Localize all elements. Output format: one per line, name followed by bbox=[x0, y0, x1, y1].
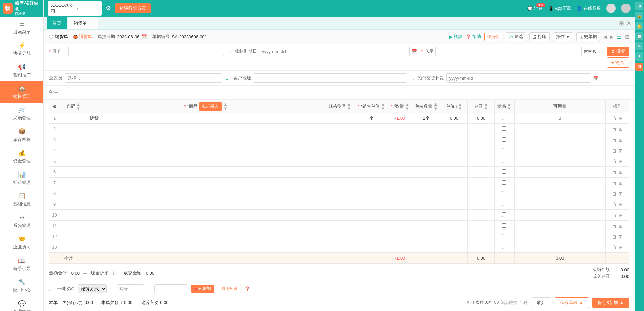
rp-icon-7[interactable]: 🖼 bbox=[635, 63, 643, 71]
row-goods-3[interactable] bbox=[87, 145, 325, 156]
rp-icon-3[interactable]: 🔔 bbox=[635, 22, 643, 30]
th-setting[interactable]: ⚙ bbox=[49, 100, 60, 113]
row-qty-9[interactable] bbox=[388, 210, 412, 221]
fee-info-icon[interactable]: ❓ bbox=[244, 286, 250, 291]
row-barcode-8[interactable] bbox=[60, 199, 87, 210]
tab-close-icon[interactable]: × bbox=[90, 21, 92, 25]
owe-info-icon[interactable]: ℹ bbox=[121, 300, 122, 305]
row-delete-icon-5[interactable]: 🗑 bbox=[612, 169, 617, 175]
sidebar-item-0[interactable]: ☰搜索菜单 bbox=[0, 17, 43, 38]
row-qty-1[interactable] bbox=[388, 124, 412, 134]
row-goods-9[interactable] bbox=[87, 210, 325, 221]
user-avatar2[interactable] bbox=[621, 4, 631, 13]
row-price-2[interactable] bbox=[441, 134, 467, 145]
row-unit-2[interactable] bbox=[355, 134, 388, 145]
row-amount-5[interactable] bbox=[467, 167, 494, 178]
row-goods-4[interactable] bbox=[87, 156, 325, 167]
video-action[interactable]: ▶ 视频 bbox=[449, 34, 462, 40]
sidebar-item-5[interactable]: 📦库存核算 bbox=[0, 124, 43, 146]
row-spec-0[interactable] bbox=[325, 113, 355, 124]
row-amount-1[interactable] bbox=[467, 124, 494, 134]
row-unit-5[interactable] bbox=[355, 167, 388, 178]
row-spec-6[interactable] bbox=[325, 178, 355, 188]
row-amount-9[interactable] bbox=[467, 210, 494, 221]
row-gift-7[interactable] bbox=[494, 188, 514, 199]
tab-close-all-icon[interactable]: ✕ bbox=[626, 20, 631, 27]
rp-icon-5[interactable]: ✏ bbox=[635, 42, 643, 50]
row-price-7[interactable] bbox=[441, 188, 467, 199]
row-spec-12[interactable] bbox=[325, 242, 355, 253]
fee-split-button[interactable]: 费用分摊 bbox=[218, 285, 241, 293]
row-barcode-10[interactable] bbox=[60, 221, 87, 231]
row-unit-7[interactable] bbox=[355, 188, 388, 199]
row-price-3[interactable] bbox=[441, 145, 467, 156]
row-gift-11[interactable] bbox=[494, 231, 514, 242]
row-gift-2[interactable] bbox=[494, 134, 514, 145]
save-new-button[interactable]: 保存&新增 ▲ bbox=[592, 298, 629, 308]
row-delete-icon-9[interactable]: 🗑 bbox=[612, 212, 617, 218]
discount-info-icon[interactable]: ℹ bbox=[113, 271, 115, 276]
sidebar-item-7[interactable]: 📊经营管理 bbox=[0, 167, 43, 189]
row-pkgqty-12[interactable] bbox=[412, 242, 441, 253]
radio-return[interactable]: 退货单 bbox=[73, 34, 92, 40]
row-amount-12[interactable] bbox=[467, 242, 494, 253]
row-gift-3[interactable] bbox=[494, 145, 514, 156]
operate-button[interactable]: 操作 ▼ bbox=[553, 32, 573, 41]
row-copy-icon-9[interactable]: ⊞ bbox=[619, 212, 623, 218]
sidebar-item-3[interactable]: 🏠销售管理 bbox=[0, 81, 43, 103]
row-copy-icon-2[interactable]: ⊞ bbox=[619, 137, 623, 143]
row-delete-icon-2[interactable]: 🗑 bbox=[612, 137, 617, 143]
customer-addr-input[interactable] bbox=[253, 73, 407, 83]
expected-delivery-input[interactable] bbox=[446, 73, 591, 83]
row-delete-icon-10[interactable]: 🗑 bbox=[612, 223, 617, 229]
row-copy-icon-0[interactable]: ⊞ bbox=[619, 116, 623, 121]
row-pkgqty-6[interactable] bbox=[412, 178, 441, 188]
calc-method-select[interactable]: 结算方式 bbox=[78, 284, 107, 293]
abandon-button[interactable]: 放弃 bbox=[531, 297, 551, 308]
row-barcode-11[interactable] bbox=[60, 231, 87, 242]
row-price-8[interactable] bbox=[441, 199, 467, 210]
row-spec-2[interactable] bbox=[325, 134, 355, 145]
row-gift-9[interactable] bbox=[494, 210, 514, 221]
row-amount-0[interactable]: 0.00 bbox=[467, 113, 494, 124]
row-unit-4[interactable] bbox=[355, 156, 388, 167]
expected-delivery-calendar-icon[interactable]: 📅 bbox=[593, 76, 598, 81]
radio-sale-input[interactable] bbox=[49, 35, 53, 39]
row-spec-4[interactable] bbox=[325, 156, 355, 167]
row-gift-1[interactable] bbox=[494, 124, 514, 134]
customer-input[interactable] bbox=[68, 47, 224, 56]
online-service-button[interactable]: 👤 在线客服 bbox=[577, 5, 601, 11]
rp-icon-4[interactable]: 📋 bbox=[635, 32, 643, 40]
row-goods-6[interactable] bbox=[87, 178, 325, 188]
topbar-gear-icon[interactable]: ⚙ bbox=[106, 5, 111, 12]
row-amount-6[interactable] bbox=[467, 178, 494, 188]
row-goods-2[interactable] bbox=[87, 134, 325, 145]
row-price-0[interactable]: 0.00 bbox=[441, 113, 467, 124]
tab-home[interactable]: 首页 bbox=[47, 17, 67, 29]
radio-return-input[interactable] bbox=[73, 35, 78, 39]
company-selector[interactable]: XXXXXX公司 ▼ bbox=[48, 1, 102, 16]
row-price-6[interactable] bbox=[441, 178, 467, 188]
row-qty-4[interactable] bbox=[388, 156, 412, 167]
row-pkgqty-3[interactable] bbox=[412, 145, 441, 156]
row-pkgqty-10[interactable] bbox=[412, 221, 441, 231]
row-amount-11[interactable] bbox=[467, 231, 494, 242]
note-input[interactable] bbox=[61, 88, 629, 97]
tab-expand-icon[interactable]: ⊞ bbox=[619, 20, 624, 27]
row-copy-icon-8[interactable]: ⊞ bbox=[619, 202, 623, 207]
row-pkgqty-8[interactable] bbox=[412, 199, 441, 210]
customer-dots[interactable]: ... bbox=[227, 49, 231, 54]
sidebar-item-11[interactable]: 📖新手引导 bbox=[0, 254, 43, 275]
sidebar-item-13[interactable]: 💬企业微信 bbox=[0, 297, 43, 311]
row-amount-10[interactable] bbox=[467, 221, 494, 231]
row-delete-icon-6[interactable]: 🗑 bbox=[612, 180, 617, 186]
row-unit-11[interactable] bbox=[355, 231, 388, 242]
row-amount-8[interactable] bbox=[467, 199, 494, 210]
row-gift-4[interactable] bbox=[494, 156, 514, 167]
row-spec-9[interactable] bbox=[325, 210, 355, 221]
row-price-4[interactable] bbox=[441, 156, 467, 167]
row-amount-7[interactable] bbox=[467, 188, 494, 199]
row-barcode-4[interactable] bbox=[60, 156, 87, 167]
row-copy-icon-3[interactable]: ⊞ bbox=[619, 148, 623, 153]
row-copy-icon-6[interactable]: ⊞ bbox=[619, 180, 623, 186]
